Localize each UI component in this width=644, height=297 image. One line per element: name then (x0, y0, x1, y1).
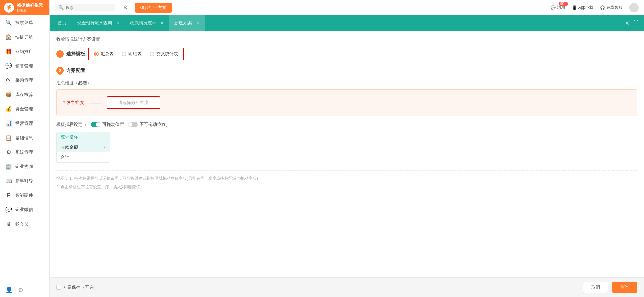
system-icon: ⚙ (5, 149, 12, 155)
dimension-row: 纵向维度 —— 请选择分组维度 (63, 96, 630, 109)
sidebar-item-label: 系统管理 (15, 149, 33, 155)
sidebar: 畅 畅捷通好生意 标准版 🔍 搜索菜单 🏠 快捷导航 🎁 营销推广 💬 销售管理… (0, 0, 50, 297)
tab-receipt-stat-close[interactable]: ✕ (160, 21, 164, 26)
tab-cash-bank-close[interactable]: ✕ (116, 21, 119, 26)
settings-icon[interactable]: ⚙ (18, 286, 23, 294)
dimension-area: 纵向维度 —— 请选择分组维度 (56, 89, 637, 116)
tab-receipt-stat-label: 收款情况统计 (130, 20, 156, 26)
app-download-label: App下载 (578, 5, 593, 10)
radio-summary[interactable]: 汇总表 (94, 51, 114, 57)
avatar[interactable] (629, 3, 639, 12)
sidebar-nav: 🔍 搜索菜单 🏠 快捷导航 🎁 营销推广 💬 销售管理 🛍 采购管理 📦 库存核… (0, 15, 49, 283)
tab-home[interactable]: 首页 (52, 15, 72, 31)
radio-summary-label: 汇总表 (101, 51, 114, 57)
tab-home-label: 首页 (58, 20, 66, 26)
query-button[interactable]: 查询 (612, 282, 637, 293)
step2-header: 2 方案配置 (56, 67, 637, 75)
sidebar-item-label: 营销推广 (15, 49, 33, 55)
user-icon[interactable]: 👤 (5, 286, 13, 294)
online-service-item[interactable]: 🎧 在线客服 (600, 5, 623, 10)
app-icon: 📱 (572, 5, 577, 10)
tip-line-2: 2. 点击标题栏下拉可设置排序、插入列和删除列 (56, 185, 141, 189)
sidebar-item-label: 畅会员 (15, 221, 29, 227)
indicator-value-2: 合计 (61, 154, 69, 160)
close-window-icon[interactable]: ✕ (625, 20, 629, 27)
content-area: 收款情况统计方案设置 1 选择模板 汇总表 明细表 交 (50, 31, 644, 277)
tip-title: 提示： 1. 拖动标题栏可以调整布局，不可跨维度或指标区域拖动栏目字段(只能在同… (56, 175, 637, 182)
dimension-arrow: —— (89, 99, 101, 106)
message-icon: 💬 (551, 5, 556, 10)
indicator-toggle-row: 模板指标设定（ 可拖动位置 不可拖动位置） (56, 121, 637, 128)
toggle-thumb2 (128, 122, 132, 127)
online-service-label: 在线客服 (606, 5, 623, 10)
indicator-section-label: 模板指标设定（ (56, 121, 87, 128)
indicator-table-header: 统计指标 (57, 132, 110, 142)
sidebar-item-inventory[interactable]: 📦 库存核算 (0, 87, 49, 102)
gear-icon[interactable]: ⚙ (123, 4, 128, 11)
indicator-dropdown-icon[interactable]: ▾ (104, 145, 106, 150)
radio-cross-label: 交叉统计表 (156, 51, 178, 57)
toggle-draggable[interactable]: 可拖动位置 (91, 121, 124, 128)
template-options: 汇总表 明细表 交叉统计表 (88, 48, 184, 60)
notification-item[interactable]: 💬 消息 99+ (551, 5, 565, 10)
trial-button[interactable]: 体验行业方案 (135, 3, 172, 13)
tab-receipt-stat[interactable]: 收款情况统计 ✕ (125, 15, 169, 31)
sidebar-item-label: 企业协同 (15, 164, 33, 170)
radio-detail[interactable]: 明细表 (122, 51, 142, 57)
step1-number: 1 (56, 50, 64, 58)
tabbar-right: ✕ ⛶ (625, 15, 641, 31)
step1-header: 1 选择模板 汇总表 明细表 交叉统计表 (56, 48, 637, 60)
toggle-draggable-box[interactable] (91, 122, 100, 127)
dimension-config: 汇总维度（必选） 纵向维度 —— 请选择分组维度 模板指标设定（ (56, 80, 637, 191)
tab-cash-bank[interactable]: 现金银行流水查询 ✕ (72, 15, 125, 31)
toggle-thumb (96, 122, 100, 127)
tab-new-plan-close[interactable]: ✕ (196, 21, 199, 26)
save-option[interactable]: 方案保存（可选） (56, 284, 98, 290)
gift-icon: 🎁 (5, 48, 12, 55)
toggle-non-draggable-label: 不可拖动位置） (140, 121, 170, 128)
indicator-section: 模板指标设定（ 可拖动位置 不可拖动位置） (56, 121, 637, 164)
step1-section: 1 选择模板 汇总表 明细表 交叉统计表 (56, 48, 637, 60)
inventory-icon: 📦 (5, 91, 12, 98)
save-checkbox[interactable] (56, 285, 61, 290)
sidebar-item-vip-member[interactable]: ♛ 畅会员 (0, 217, 49, 231)
tip-title-text: 提示： (56, 176, 68, 181)
sidebar-item-system[interactable]: ⚙ 系统管理 (0, 145, 49, 159)
sidebar-item-basic-info[interactable]: 📋 基础信息 (0, 131, 49, 145)
sidebar-item-quick-nav[interactable]: 🏠 快捷导航 (0, 30, 49, 44)
dimension-placeholder[interactable]: 请选择分组维度 (107, 96, 160, 109)
search-wrap[interactable]: 🔍 (55, 4, 115, 11)
sidebar-item-sales[interactable]: 💬 销售管理 (0, 59, 49, 73)
sidebar-item-corp-wechat[interactable]: 💬 企业微信 (0, 202, 49, 217)
app-download-item[interactable]: 📱 App下载 (572, 5, 593, 10)
sidebar-item-capital[interactable]: 💰 资金管理 (0, 102, 49, 116)
sales-icon: 💬 (5, 63, 12, 69)
sidebar-item-purchase[interactable]: 🛍 采购管理 (0, 73, 49, 87)
home-icon: 🏠 (5, 34, 12, 40)
sidebar-item-operation[interactable]: 📊 经营管理 (0, 116, 49, 131)
toggle-non-draggable[interactable]: 不可拖动位置） (128, 121, 170, 128)
capital-icon: 💰 (5, 106, 12, 112)
radio-cross[interactable]: 交叉统计表 (150, 51, 178, 57)
cancel-button[interactable]: 取消 (583, 282, 608, 293)
sidebar-item-marketing[interactable]: 🎁 营销推广 (0, 44, 49, 59)
tab-new-plan[interactable]: 新建方案 ✕ (169, 15, 205, 31)
toggle-draggable-label: 可拖动位置 (102, 121, 124, 128)
corp-collab-icon: 🏢 (5, 163, 12, 170)
topbar-right: 💬 消息 99+ 📱 App下载 🎧 在线客服 (551, 3, 639, 12)
basic-info-icon: 📋 (5, 135, 12, 141)
radio-detail-label: 明细表 (128, 51, 142, 57)
indicator-row-2: 合计 (57, 152, 110, 162)
sidebar-item-new-guide[interactable]: 📖 新手引导 (0, 174, 49, 188)
sidebar-item-search-menu[interactable]: 🔍 搜索菜单 (0, 15, 49, 30)
search-input[interactable] (66, 5, 109, 10)
expand-icon[interactable]: ⛶ (633, 20, 639, 26)
sidebar-item-smart-hw[interactable]: 🖥 智能硬件 (0, 188, 49, 202)
tip-line-1: 1. 拖动标题栏可以调整布局，不可跨维度或指标区域拖动栏目字段(只能在同一维度或… (69, 176, 258, 181)
logo-sub: 标准版 (17, 8, 43, 13)
tip-line-2-row: 2. 点击标题栏下拉可设置排序、插入列和删除列 (56, 184, 637, 191)
toggle-non-draggable-box[interactable] (128, 122, 138, 127)
vip-icon: ♛ (5, 221, 12, 227)
sidebar-item-corp-collab[interactable]: 🏢 企业协同 (0, 159, 49, 174)
logo-icon: 畅 (4, 3, 14, 13)
